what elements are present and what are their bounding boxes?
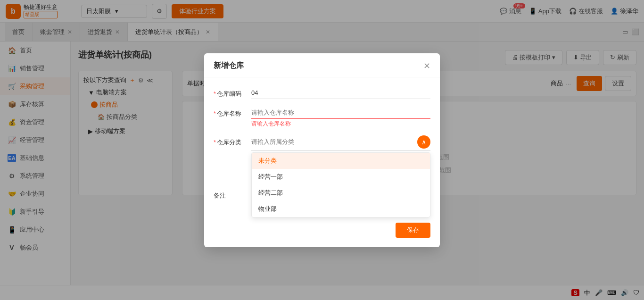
code-label: 仓库编码 [214,87,251,98]
dialog-title: 新增仓库 [214,61,244,71]
category-toggle-button[interactable]: ∧ [417,135,430,149]
code-control [251,87,430,99]
save-button[interactable]: 保存 [396,223,430,238]
chevron-up-icon: ∧ [421,138,426,146]
new-warehouse-dialog: 新增仓库 ✕ 仓库编码 仓库名称 请输入仓库名称 仓库分类 [204,53,440,247]
dialog-close-icon[interactable]: ✕ [423,61,430,71]
category-dropdown: 未分类 经营一部 经营二部 物业部 [251,152,430,217]
form-item-code: 仓库编码 [214,87,430,99]
cat-option-dept1[interactable]: 经营一部 [252,169,430,185]
note-label: 备注 [214,189,251,200]
form-item-name: 仓库名称 请输入仓库名称 [214,107,430,128]
cat-option-none[interactable]: 未分类 [252,153,430,169]
name-error-msg: 请输入仓库名称 [251,120,430,128]
cat-option-dept3[interactable]: 物业部 [252,201,430,217]
category-input[interactable] [251,136,417,148]
code-input[interactable] [251,87,430,99]
dialog-body: 仓库编码 仓库名称 请输入仓库名称 仓库分类 [204,77,440,218]
name-label: 仓库名称 [214,107,251,118]
name-control: 请输入仓库名称 [251,107,430,128]
dialog-header: 新增仓库 ✕ [204,53,440,77]
category-input-wrap: ∧ [251,135,430,151]
form-item-category: 仓库分类 ∧ 未分类 经营一部 经营二部 物业部 [214,135,430,151]
cat-option-dept2[interactable]: 经营二部 [252,185,430,201]
dialog-footer: 保存 [204,218,440,247]
dialog-overlay: 新增仓库 ✕ 仓库编码 仓库名称 请输入仓库名称 仓库分类 [0,0,644,300]
category-label: 仓库分类 [214,135,251,147]
category-control: ∧ 未分类 经营一部 经营二部 物业部 [251,135,430,151]
name-input[interactable] [251,107,430,119]
